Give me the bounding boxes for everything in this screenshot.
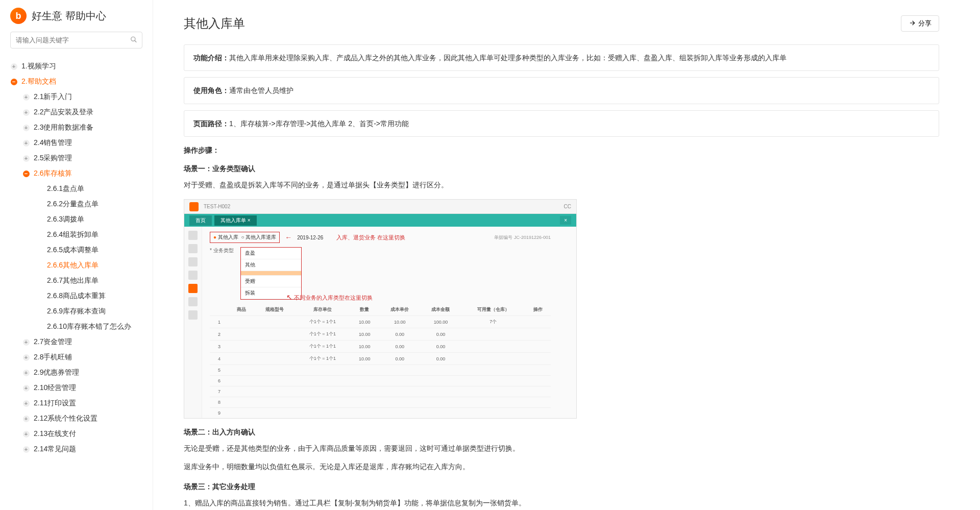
table-row: 9	[210, 408, 551, 419]
nav-2-11[interactable]: 2.11打印设置	[22, 396, 142, 411]
nav-2-6-5[interactable]: 2.6.5成本调整单	[47, 242, 142, 258]
search-input[interactable]	[10, 32, 142, 48]
sp-logo-icon	[189, 202, 199, 211]
plus-icon	[22, 369, 30, 376]
arrow-icon: ←	[285, 233, 292, 241]
plus-icon	[22, 155, 30, 162]
nav-2-4[interactable]: 2.4销售管理	[22, 135, 142, 151]
plus-icon	[22, 446, 30, 453]
intro-label: 功能介绍：	[193, 54, 229, 62]
sp-radio-group: ● 其他入库 ○ 其他入库退库	[210, 232, 280, 243]
sp-user-name: CC	[564, 204, 571, 209]
sp-annotation-2: 不同业务的入库类型在这里切换	[294, 295, 373, 301]
nav-2-6-10[interactable]: 2.6.10库存账本错了怎么办	[47, 319, 142, 334]
nav-2-6-3[interactable]: 2.6.3调拨单	[47, 212, 142, 227]
sp-side-icon	[188, 271, 198, 280]
sp-radio-row: ● 其他入库 ○ 其他入库退库 ← 2019-12-26 入库、退货业务 在这里…	[210, 232, 551, 243]
page-header: 其他入库单 分享	[184, 15, 939, 32]
nav-2-6-2[interactable]: 2.6.2分量盘点单	[47, 197, 142, 212]
role-box: 使用角色：通常由仓管人员维护	[184, 77, 939, 104]
svg-line-1	[135, 40, 137, 42]
table-row: 3个1个 = 1个110.000.000.00	[210, 341, 551, 353]
sp-dd-item-selected	[241, 271, 301, 276]
sp-body: ● 其他入库 ○ 其他入库退库 ← 2019-12-26 入库、退货业务 在这里…	[184, 227, 576, 419]
nav-2-7[interactable]: 2.7资金管理	[22, 334, 142, 350]
sp-table: 商品 规格型号 库存单位 数量 成本单价 成本金额 可用量（仓库） 操作 1个1…	[210, 304, 551, 419]
nav-video[interactable]: 1.视频学习	[10, 59, 142, 74]
nav-2-2[interactable]: 2.2产品安装及登录	[22, 105, 142, 120]
scene2-title: 场景二：出入方向确认	[184, 428, 939, 437]
sp-close-icon: ×	[560, 216, 571, 225]
sp-tab-home: 首页	[189, 215, 212, 226]
scene3-title: 场景三：其它业务处理	[184, 482, 939, 492]
nav-2-6[interactable]: 2.6库存核算	[22, 166, 142, 181]
sp-annotation-1: 入库、退货业务 在这里切换	[336, 234, 405, 241]
nav-2-10[interactable]: 2.10经营管理	[22, 380, 142, 396]
search-icon[interactable]	[130, 36, 137, 44]
sp-date: 2019-12-26	[297, 235, 323, 240]
nav-2-1[interactable]: 2.1新手入门	[22, 89, 142, 105]
sp-dd-item: 其他	[241, 259, 301, 271]
page-title: 其他入库单	[184, 15, 245, 32]
path-text: 1、库存核算->库存管理->其他入库单 2、首页->常用功能	[229, 119, 409, 128]
nav-2-6-4[interactable]: 2.6.4组装拆卸单	[47, 227, 142, 242]
nav-2-3[interactable]: 2.3使用前数据准备	[22, 120, 142, 135]
sp-topbar: TEST-H002 CC	[184, 200, 576, 214]
intro-box: 功能介绍：其他入库单用来处理除采购入库、产成品入库之外的其他入库业务，因此其他入…	[184, 44, 939, 71]
sp-tabbar: 首页 其他入库单 × ×	[184, 214, 576, 227]
scene3-text: 1、赠品入库的商品直接转为销售。通过工具栏【复制-复制为销货单】功能，将单据信息…	[184, 497, 939, 509]
plus-icon	[22, 354, 30, 361]
sp-dd-item: 受赠	[241, 276, 301, 287]
sp-annotation-2-wrap: ↖ 不同业务的入库类型在这里切换	[286, 293, 373, 302]
plus-icon	[22, 109, 30, 116]
table-row: 4个1个 = 1个110.000.000.00	[210, 353, 551, 365]
nav-2-6-6[interactable]: 2.6.6其他入库单	[47, 258, 142, 273]
sp-side-icon	[188, 310, 198, 320]
scene2-text2: 退库业务中，明细数量均以负值红色展示。无论是入库还是退库，库存账均记在入库方向。	[184, 460, 939, 473]
nav-2-13[interactable]: 2.13在线支付	[22, 426, 142, 442]
plus-icon	[22, 124, 30, 131]
sp-dropdown: 盘盈 其他 受赠 拆装	[240, 247, 302, 300]
sp-side-icon-active	[188, 284, 198, 293]
table-row: 5	[210, 365, 551, 376]
minus-icon	[22, 170, 30, 177]
sp-doc-no: 单据编号 JC-20191226-001	[494, 234, 551, 241]
sp-side-icon	[188, 297, 198, 306]
logo-row: b 好生意 帮助中心	[10, 8, 142, 24]
table-row: 7	[210, 386, 551, 397]
share-icon	[909, 19, 916, 28]
scene2-text1: 无论是受赠，还是其他类型的业务，由于入库商品质量等原因，需要退回，这时可通过单据…	[184, 442, 939, 455]
sp-dropdown-row: * 业务类型 盘盈 其他 受赠 拆装 ↖ 不同业务的入库类型在这里切换	[210, 247, 551, 300]
plus-icon	[22, 384, 30, 392]
nav-2-9[interactable]: 2.9优惠券管理	[22, 365, 142, 380]
sp-sidebar	[184, 227, 202, 419]
arrow-icon: ↖	[286, 293, 292, 301]
plus-icon	[22, 139, 30, 147]
nav-2-6-1[interactable]: 2.6.1盘点单	[47, 181, 142, 197]
nav-2-6-7[interactable]: 2.6.7其他出库单	[47, 273, 142, 288]
table-row: 6	[210, 376, 551, 386]
plus-icon	[22, 430, 30, 438]
steps-label: 操作步骤：	[184, 146, 939, 155]
site-title: 好生意 帮助中心	[32, 9, 106, 23]
plus-icon	[22, 93, 30, 101]
role-text: 通常由仓管人员维护	[229, 86, 293, 94]
share-button[interactable]: 分享	[901, 15, 939, 32]
sp-side-icon	[188, 231, 198, 240]
svg-point-0	[131, 37, 135, 41]
nav-2-12[interactable]: 2.12系统个性化设置	[22, 411, 142, 426]
scene1-title: 场景一：业务类型确认	[184, 164, 939, 174]
nav-2-6-8[interactable]: 2.6.8商品成本重算	[47, 288, 142, 304]
nav-2-14[interactable]: 2.14常见问题	[22, 442, 142, 457]
plus-icon	[22, 338, 30, 346]
nav-tree: 1.视频学习 2.帮助文档 2.1新手入门 2.2产品安装及登录 2.3使用前数…	[10, 59, 142, 457]
main-content: 其他入库单 分享 功能介绍：其他入库单用来处理除采购入库、产成品入库之外的其他入…	[153, 0, 970, 510]
nav-2-6-9[interactable]: 2.6.9库存账本查询	[47, 304, 142, 319]
intro-text: 其他入库单用来处理除采购入库、产成品入库之外的其他入库业务，因此其他入库单可处理…	[229, 54, 787, 62]
nav-2-8[interactable]: 2.8手机旺铺	[22, 350, 142, 365]
logo-icon: b	[10, 8, 27, 24]
table-header-row: 商品 规格型号 库存单位 数量 成本单价 成本金额 可用量（仓库） 操作	[210, 304, 551, 316]
nav-docs[interactable]: 2.帮助文档	[10, 74, 142, 89]
nav-2-5[interactable]: 2.5采购管理	[22, 151, 142, 166]
plus-icon	[22, 400, 30, 407]
